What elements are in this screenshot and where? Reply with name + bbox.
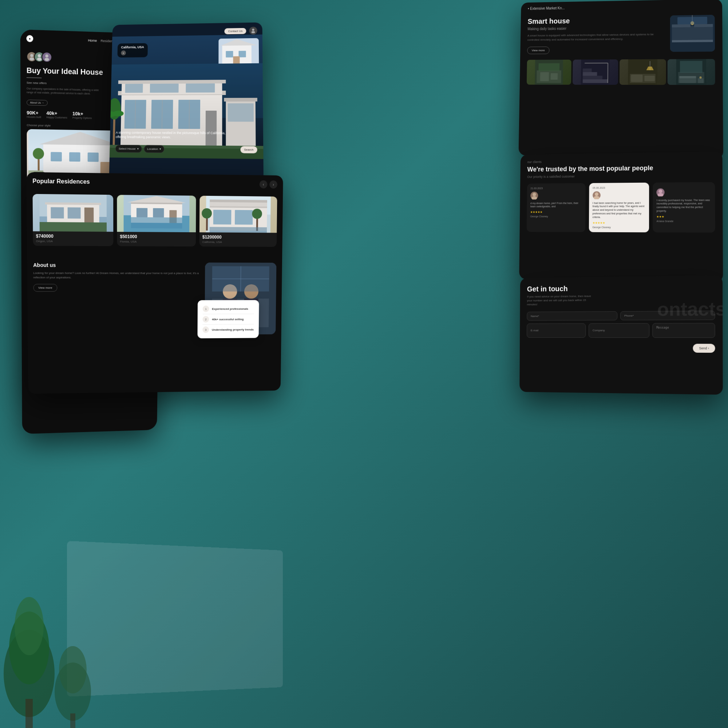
search-bar: Select House ▾ Location ▾ Search	[115, 145, 257, 154]
svg-rect-33	[239, 51, 246, 58]
device-contact: ontacts Get in touch If you need advice …	[519, 275, 723, 395]
feature-text-2: 40k+ successful selling	[212, 317, 243, 321]
svg-rect-70	[538, 63, 560, 71]
view-more-button[interactable]: View more	[527, 47, 549, 54]
svg-point-95	[595, 192, 598, 196]
reviews-row: 21.03.2023 d my dream home, pier! From t…	[527, 182, 715, 232]
kitchen-image	[670, 15, 715, 52]
smart-house-images	[670, 15, 715, 54]
review-card-1: 21.03.2023 d my dream home, pier! From t…	[527, 183, 586, 232]
review-text-3: I recently purchased my house. The team …	[657, 198, 711, 213]
user-icon[interactable]	[249, 27, 257, 35]
residence-card-2: $501000 Florida, USA	[117, 195, 196, 246]
price-2: $501000	[117, 232, 196, 240]
svg-rect-105	[84, 208, 94, 224]
review-stars-3: ★★★	[657, 215, 711, 219]
price-1: $740000	[33, 231, 113, 240]
about-view-more[interactable]: View more	[34, 284, 57, 292]
nav-home[interactable]: Home	[88, 38, 97, 43]
svg-rect-25	[38, 157, 40, 170]
name-input[interactable]	[527, 311, 617, 321]
trusted-subtitle: Our priority is a satisfied customer	[527, 173, 715, 178]
contact-us-button[interactable]: Contact Us	[225, 28, 246, 34]
residence-card-3: $1200000 California, USA	[199, 196, 277, 247]
reviewer-1	[530, 191, 582, 199]
svg-point-92	[699, 76, 701, 79]
review-card-2: 05.06.2023 I had been searching home for…	[589, 182, 649, 232]
svg-rect-111	[136, 208, 147, 217]
email-input[interactable]	[527, 323, 586, 338]
about-description: Looking for your dream home? Look no fur…	[33, 271, 200, 280]
contact-content: ontacts Get in touch If you need advice …	[520, 275, 723, 360]
about-right: 1 Experienced professionals 2 40k+ succe…	[205, 262, 276, 335]
center-house-thumbnail	[219, 38, 259, 67]
feature-text-3: Understanding property trends	[212, 328, 254, 331]
svg-rect-91	[698, 78, 704, 83]
room-img-2	[573, 59, 618, 85]
phone-input[interactable]	[620, 310, 715, 320]
svg-rect-123	[235, 210, 253, 225]
location-tag: California, USA ●	[117, 43, 147, 58]
reviewer-avatar-2	[593, 191, 601, 199]
svg-rect-76	[583, 72, 597, 76]
svg-point-96	[594, 196, 600, 199]
form-row-1	[527, 310, 715, 320]
about-features-card: 1 Experienced professionals 2 40k+ succe…	[198, 300, 259, 338]
smart-house-title: Smart house	[528, 16, 664, 26]
svg-rect-75	[583, 76, 603, 80]
svg-rect-128	[210, 227, 267, 232]
room-img-1	[527, 60, 572, 85]
svg-rect-112	[153, 208, 164, 218]
feature-num-2: 2	[203, 316, 209, 323]
location-dropdown[interactable]: Location ▾	[144, 145, 164, 153]
svg-rect-53	[228, 103, 254, 122]
feature-text-1: Experienced professionals	[212, 307, 248, 310]
building-background	[67, 541, 283, 697]
svg-rect-90	[679, 76, 696, 78]
svg-rect-74	[583, 80, 608, 83]
location-1: Origon, USA	[33, 240, 113, 246]
form-row-2	[527, 323, 715, 338]
review-stars-1: ★★★★★	[530, 210, 582, 214]
svg-rect-89	[679, 78, 696, 83]
stat-houses: 90K+ Houses built	[27, 110, 41, 118]
reviewer-name-1: George Clooney	[530, 215, 582, 218]
location-3: California, USA	[199, 240, 277, 247]
send-button[interactable]: Send ›	[693, 344, 715, 353]
message-input[interactable]	[652, 323, 715, 338]
company-input[interactable]	[589, 323, 649, 337]
device-smart-house: • Extensive Market Kn... Smart house Mak…	[519, 0, 723, 159]
device-trusted: our clients We're trusted by the most po…	[519, 152, 723, 283]
svg-rect-17	[50, 152, 62, 161]
about-us-button[interactable]: About Us →	[27, 99, 48, 106]
svg-rect-48	[150, 84, 179, 93]
device-bottom: Popular Residences ‹ ›	[26, 172, 283, 394]
svg-rect-18	[69, 152, 80, 162]
svg-point-97	[659, 189, 662, 193]
svg-rect-63	[694, 24, 713, 27]
carousel-next[interactable]: ›	[269, 180, 277, 188]
svg-rect-106	[40, 222, 107, 232]
carousel-prev[interactable]: ‹	[260, 180, 268, 188]
hero-overlay-text: A stunning contemporary house nestled in…	[116, 130, 233, 140]
svg-rect-67	[678, 17, 707, 24]
svg-rect-61	[672, 26, 713, 41]
svg-rect-104	[68, 208, 81, 219]
review-date-1: 21.03.2023	[530, 187, 582, 190]
svg-rect-32	[226, 51, 233, 58]
logo[interactable]: ●	[26, 35, 33, 42]
room-img-4	[668, 59, 715, 85]
residence-img-2	[117, 195, 196, 232]
trusted-title: We're trusted by the most popular people	[527, 164, 715, 173]
svg-rect-83	[645, 76, 655, 81]
smart-house-grid	[520, 59, 723, 85]
search-button[interactable]: Search	[240, 146, 257, 153]
review-text-2: I had been searching home for years, and…	[592, 201, 645, 219]
feature-item-3: 3 Understanding property trends	[202, 324, 254, 335]
review-date-2: 05.06.2023	[593, 186, 646, 189]
select-house-dropdown[interactable]: Select House ▾	[115, 145, 142, 153]
residence-img-3	[199, 196, 277, 233]
stat-properties-label: Property Options	[72, 116, 92, 119]
svg-point-7	[30, 54, 33, 57]
stat-properties-num: 10k+	[72, 111, 92, 116]
